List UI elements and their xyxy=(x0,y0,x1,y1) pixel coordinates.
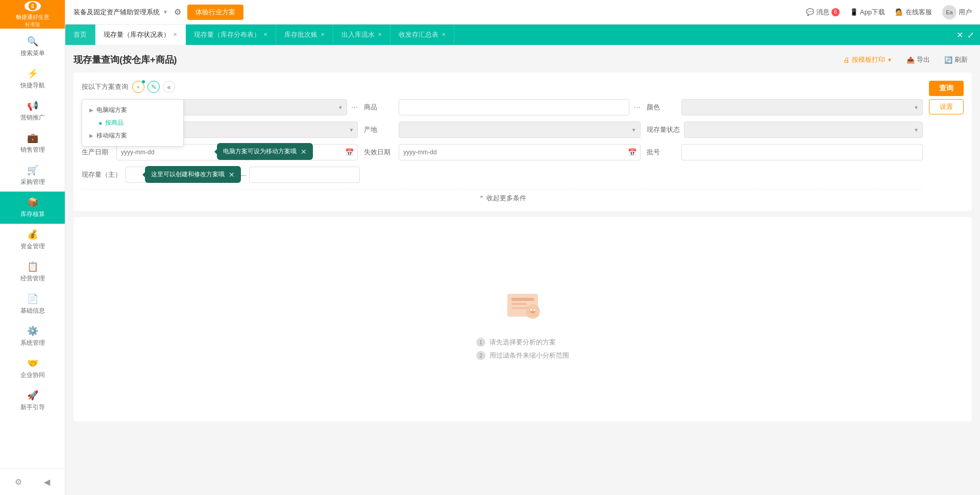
selected-scheme-indicator: ● xyxy=(99,120,102,127)
online-service-button[interactable]: 💁 在线客服 xyxy=(895,8,932,17)
sidebar-item-enterprise[interactable]: 🤝 企业协同 xyxy=(0,352,65,385)
sidebar-item-sales[interactable]: 💼 销售管理 xyxy=(0,127,65,159)
product-more-icon[interactable]: ··· xyxy=(633,103,640,112)
svg-rect-3 xyxy=(511,298,534,301)
sidebar-item-operations[interactable]: 📋 经营管理 xyxy=(0,256,65,288)
edit-scheme-popover-close[interactable]: ✕ xyxy=(229,171,235,179)
refresh-button[interactable]: 🔄 刷新 xyxy=(940,53,972,66)
tab-receive-summary[interactable]: 收发存汇总表 ✕ xyxy=(390,25,454,45)
scheme-item-by-product[interactable]: ● 按商品 xyxy=(86,116,179,129)
tab-batch-account-close[interactable]: ✕ xyxy=(321,32,325,37)
scheme-mobile-popover-close[interactable]: ✕ xyxy=(301,148,307,156)
topbar-right: 💬 消息 6 📱 App下载 💁 在线客服 Ea 用户 xyxy=(806,5,972,19)
refresh-icon: 🔄 xyxy=(944,56,952,64)
filter-actions: + ✎ « xyxy=(132,81,175,93)
color-label: 颜色 xyxy=(647,103,677,112)
scheme-mobile-popover: 电脑方案可设为移动方案哦 ✕ xyxy=(217,143,313,160)
stock-status-select[interactable] xyxy=(684,122,923,138)
print-template-button[interactable]: 🖨 按模板打印 ▼ xyxy=(839,53,896,66)
svg-text:6: 6 xyxy=(31,4,34,9)
print-label: 按模板打印 xyxy=(852,55,885,64)
finance-icon: 💰 xyxy=(27,229,38,240)
collapse-label: 收起更多条件 xyxy=(486,194,526,203)
reset-button[interactable]: 设置 xyxy=(929,99,964,114)
tab-inout-flow[interactable]: 出入库流水 ✕ xyxy=(333,25,390,45)
export-button[interactable]: 📤 导出 xyxy=(902,53,934,66)
empty-tip-1: 1 请先选择要分析的方案 xyxy=(476,338,569,347)
avatar: Ea xyxy=(942,5,957,19)
basic-icon: 📄 xyxy=(27,293,38,304)
refresh-label: 刷新 xyxy=(954,55,968,64)
filter-main-row: 按以下方案查询 + ✎ « ▶ 电脑端方案 xyxy=(82,81,964,203)
add-scheme-button[interactable]: + xyxy=(132,81,144,93)
tabbar: 首页 现存量（库存状况表） ✕ 现存量（库存分布表） ✕ 库存批次账 ✕ 出入库… xyxy=(65,25,980,45)
page-content: 现存量查询(按仓库+商品) 🖨 按模板打印 ▼ 📤 导出 🔄 刷新 xyxy=(65,45,980,495)
sidebar-item-purchase[interactable]: 🛒 采购管理 xyxy=(0,159,65,192)
system-selector[interactable]: 装备及固定资产辅助管理系统 ▼ xyxy=(74,8,168,17)
app-download-button[interactable]: 📱 App下载 xyxy=(850,8,885,17)
sidebar-item-basic-label: 基础信息 xyxy=(20,307,45,315)
sidebar-item-marketing[interactable]: 📢 营销推广 xyxy=(0,95,65,127)
expand-arrow-icon: ▶ xyxy=(89,107,93,113)
sidebar-item-operations-label: 经营管理 xyxy=(20,274,45,283)
page-actions: 🖨 按模板打印 ▼ 📤 导出 🔄 刷新 xyxy=(839,53,972,66)
sidebar-item-finance[interactable]: 💰 资金管理 xyxy=(0,224,65,256)
message-button[interactable]: 💬 消息 6 xyxy=(806,8,840,17)
tab-inventory-status-close[interactable]: ✕ xyxy=(173,32,177,37)
back-scheme-button[interactable]: « xyxy=(163,81,175,93)
batch-input[interactable] xyxy=(681,144,923,160)
tab-expand-icon[interactable]: ⤢ xyxy=(967,30,974,40)
sidebar-item-inventory-label: 库存核算 xyxy=(20,210,45,219)
query-button[interactable]: 查询 xyxy=(929,81,964,96)
collapse-button[interactable]: ⌃ 收起更多条件 xyxy=(479,194,526,203)
tab-inout-flow-close[interactable]: ✕ xyxy=(378,32,382,37)
stock-qty-max-input[interactable] xyxy=(249,167,360,183)
app-logo: 6 畅捷通好生意 标准版 xyxy=(0,0,65,29)
sidebar-item-search[interactable]: 🔍 搜索菜单 xyxy=(0,31,65,63)
tab-home[interactable]: 首页 xyxy=(65,25,95,45)
empty-tip-1-text: 请先选择要分析的方案 xyxy=(489,338,556,347)
sidebar-item-basic[interactable]: 📄 基础信息 xyxy=(0,288,65,320)
warehouse-more-icon[interactable]: ··· xyxy=(351,103,358,112)
origin-select[interactable] xyxy=(399,122,640,138)
sidebar-item-quick-nav[interactable]: ⚡ 快捷导航 xyxy=(0,63,65,95)
settings-button[interactable]: ⚙ xyxy=(13,475,24,489)
collapse-sidebar-button[interactable]: ◀ xyxy=(42,475,52,489)
page-title: 现存量查询(按仓库+商品) xyxy=(74,54,177,66)
tab-inventory-dist-close[interactable]: ✕ xyxy=(263,32,267,37)
edit-scheme-button[interactable]: ✎ xyxy=(148,81,160,93)
svg-point-7 xyxy=(530,309,532,311)
tab-close-all-icon[interactable]: ✕ xyxy=(957,30,963,40)
sidebar-item-sales-label: 销售管理 xyxy=(20,146,45,154)
tab-inventory-dist-label: 现存量（库存分布表） xyxy=(194,30,260,39)
empty-tip-2-text: 用过滤条件来缩小分析范围 xyxy=(489,351,569,360)
tab-inventory-dist[interactable]: 现存量（库存分布表） ✕ xyxy=(186,25,276,45)
color-select[interactable] xyxy=(681,99,923,115)
empty-state: 1 请先选择要分析的方案 2 用过滤条件来缩小分析范围 xyxy=(74,238,972,401)
empty-illustration xyxy=(497,278,548,329)
scheme-mobile-popover-text: 电脑方案可设为移动方案哦 xyxy=(223,147,297,156)
sidebar-item-inventory[interactable]: 📦 库存核算 xyxy=(0,192,65,224)
product-label: 商品 xyxy=(364,103,395,112)
scheme-group-mobile: ▶ 移动端方案 xyxy=(86,129,179,142)
industry-plan-button[interactable]: 体验行业方案 xyxy=(187,5,243,20)
user-menu[interactable]: Ea 用户 xyxy=(942,5,972,19)
sidebar-item-guide[interactable]: 🚀 新手引导 xyxy=(0,385,65,417)
enterprise-icon: 🤝 xyxy=(27,358,38,369)
tab-inventory-status[interactable]: 现存量（库存状况表） ✕ xyxy=(95,25,186,45)
expire-date-input[interactable] xyxy=(399,144,640,160)
settings-gear-icon[interactable]: ⚙ xyxy=(174,7,181,17)
app-name: 畅捷通好生意 xyxy=(16,13,50,21)
message-icon: 💬 xyxy=(806,8,814,16)
filter-field-stock-status: 现存量状态 ▼ xyxy=(647,122,923,138)
product-input[interactable] xyxy=(399,99,629,115)
empty-tip-2: 2 用过滤条件来缩小分析范围 xyxy=(476,351,569,360)
tab-inventory-status-label: 现存量（库存状况表） xyxy=(104,30,170,39)
filter-row-3: 生产日期 📅 失效日期 📅 xyxy=(82,144,923,160)
phone-icon: 📱 xyxy=(850,8,858,16)
tab-batch-account[interactable]: 库存批次账 ✕ xyxy=(276,25,333,45)
sidebar-item-system[interactable]: ⚙️ 系统管理 xyxy=(0,320,65,352)
scheme-group-desktop-label: 电脑端方案 xyxy=(96,106,127,114)
tab-receive-summary-close[interactable]: ✕ xyxy=(442,32,446,37)
search-icon: 🔍 xyxy=(27,36,38,47)
